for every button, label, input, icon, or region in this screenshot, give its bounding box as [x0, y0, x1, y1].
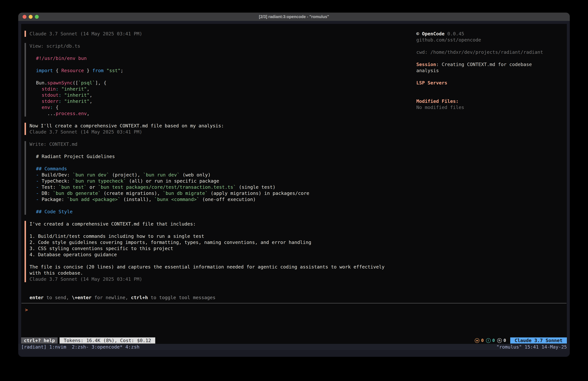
- panel-line: [416, 86, 568, 92]
- panel-line: [416, 92, 568, 98]
- titlebar[interactable]: [2/3] radiant:3:opencode - "romulus": [18, 13, 570, 21]
- window-title: [2/3] radiant:3:opencode - "romulus": [259, 14, 329, 19]
- tmux-status-bar: [radiant] 1:nvim 2:zsh- 3:opencode* 4:zs…: [18, 344, 570, 350]
- conversation-log: Claude 3.7 Sonnet (14 May 2025 03:41 PM)…: [21, 31, 384, 288]
- warnings-count: 0: [481, 337, 483, 344]
- diagnostic-hints: h0: [497, 337, 506, 344]
- warnings-icon: w: [475, 338, 479, 343]
- chat-line: - Test: `bun test` or `bun test packages…: [30, 184, 384, 190]
- chat-line: - DB: `bun db generate` (create migratio…: [30, 190, 384, 196]
- session-info-panel: © OpenCode 0.0.45github.com/sst/opencode…: [416, 31, 568, 111]
- chat-line: Claude 3.7 Sonnet (14 May 2025 03:41 PM): [30, 31, 384, 37]
- minimize-button-icon[interactable]: [29, 15, 33, 19]
- chat-line: [30, 61, 384, 67]
- tool-view-block: View: script/db.ts#!/usr/bin/env bunimpo…: [24, 43, 384, 116]
- terminal-window: [2/3] radiant:3:opencode - "romulus" Cla…: [18, 13, 570, 357]
- chat-line: [30, 74, 384, 80]
- chat-line: Claude 3.7 Sonnet (14 May 2025 03:41 PM): [30, 276, 384, 282]
- chat-line: [30, 258, 384, 264]
- chat-line: Now I'll create a comprehensive CONTEXT.…: [30, 123, 384, 129]
- chat-line: [30, 49, 384, 55]
- diagnostic-info: i0: [486, 337, 495, 344]
- chat-line: [30, 159, 384, 166]
- panel-line: [416, 55, 568, 61]
- lsp-diagnostics: w0i0h0: [475, 337, 506, 344]
- keybind-help-line: enter to send, \+enter for newline, ctrl…: [30, 294, 215, 301]
- panel-line: No modified files: [416, 104, 568, 111]
- chat-line: 2. Code style guidelines covering import…: [30, 239, 384, 246]
- chat-line: - Build/Dev: `bun run dev` (project), `b…: [30, 172, 384, 178]
- panel-line: analysis: [416, 67, 568, 74]
- info-count: 0: [492, 337, 495, 344]
- tmux-windows-list[interactable]: [radiant] 1:nvim 2:zsh- 3:opencode* 4:zs…: [21, 344, 139, 350]
- prompt-chevron-icon: >: [25, 307, 28, 313]
- assistant-message-block: I've created a comprehensive CONTEXT.md …: [24, 221, 384, 282]
- panel-line: Session: Creating CONTEXT.md for codebas…: [416, 61, 568, 67]
- opencode-tui: Claude 3.7 Sonnet (14 May 2025 03:41 PM)…: [21, 24, 567, 344]
- chat-line: - TypeCheck: `bun run typecheck` (all) o…: [30, 178, 384, 184]
- tool-write-block: Write: CONTEXT.md# Radiant Project Guide…: [24, 141, 384, 215]
- chat-line: ...process.env,: [30, 111, 384, 116]
- chat-line: stdin: "inherit",: [30, 86, 384, 92]
- chat-line: ## Code Style: [30, 209, 384, 215]
- chat-line: #!/usr/bin/env bun: [30, 55, 384, 61]
- chat-line: Bun.spawnSync([`psql`], {: [30, 80, 384, 86]
- chat-line: [30, 202, 384, 209]
- status-bar-spacer: [155, 337, 475, 344]
- panel-line: [416, 74, 568, 80]
- tmux-session-clock: "romulus" 15:41 14-May-25: [497, 344, 567, 350]
- chat-line: The file is concise (20 lines) and captu…: [30, 264, 384, 270]
- chat-line: stderr: "inherit",: [30, 98, 384, 104]
- panel-line: LSP Servers: [416, 80, 568, 86]
- hints-count: 0: [504, 337, 506, 344]
- diagnostic-warnings: w0: [475, 337, 483, 344]
- chat-line: Write: CONTEXT.md: [30, 141, 384, 147]
- chat-line: 3. CSS styling conventions specific to t…: [30, 246, 384, 251]
- info-icon: i: [486, 338, 491, 343]
- panel-line: [416, 43, 568, 49]
- panel-line: Modified Files:: [416, 98, 568, 104]
- chat-line: 1. Build/lint/test commands including ho…: [30, 233, 384, 239]
- chat-line: with this codebase.: [30, 270, 384, 276]
- chat-line: ## Commands: [30, 166, 384, 172]
- chat-line: # Radiant Project Guidelines: [30, 153, 384, 159]
- chat-line: [30, 147, 384, 153]
- zoom-button-icon[interactable]: [35, 15, 39, 19]
- window-controls: [22, 15, 39, 19]
- panel-line: cwd: /home/thdxr/dev/projects/radiant/ra…: [416, 49, 568, 55]
- panel-line: github.com/sst/opencode: [416, 37, 568, 43]
- chat-line: stdout: "inherit",: [30, 92, 384, 98]
- help-shortcut-chip[interactable]: ctrl+? help: [21, 337, 58, 344]
- assistant-message-block: Claude 3.7 Sonnet (14 May 2025 03:41 PM): [24, 31, 384, 37]
- chat-line: [30, 227, 384, 233]
- hints-icon: h: [497, 338, 502, 343]
- chat-line: I've created a comprehensive CONTEXT.md …: [30, 221, 384, 227]
- chat-line: 4. Database operations guidance: [30, 251, 384, 258]
- chat-line: - Package: `bun add <package>` (install)…: [30, 196, 384, 202]
- chat-line: env: {: [30, 104, 384, 111]
- close-button-icon[interactable]: [22, 15, 26, 19]
- input-divider: [21, 303, 567, 303]
- model-chip[interactable]: Claude 3.7 Sonnet: [510, 337, 567, 344]
- status-bar: ctrl+? help Tokens: 16.4K (8%), Cost: $0…: [21, 337, 567, 344]
- chat-line: View: script/db.ts: [30, 43, 384, 49]
- panel-line: © OpenCode 0.0.45: [416, 31, 568, 37]
- tokens-cost-chip: Tokens: 16.4K (8%), Cost: $0.12: [60, 337, 155, 344]
- chat-line: Claude 3.7 Sonnet (14 May 2025 03:41 PM): [30, 129, 384, 135]
- assistant-message-block: Now I'll create a comprehensive CONTEXT.…: [24, 123, 384, 135]
- chat-line: import { Resource } from "sst";: [30, 67, 384, 74]
- message-input[interactable]: >: [21, 305, 567, 336]
